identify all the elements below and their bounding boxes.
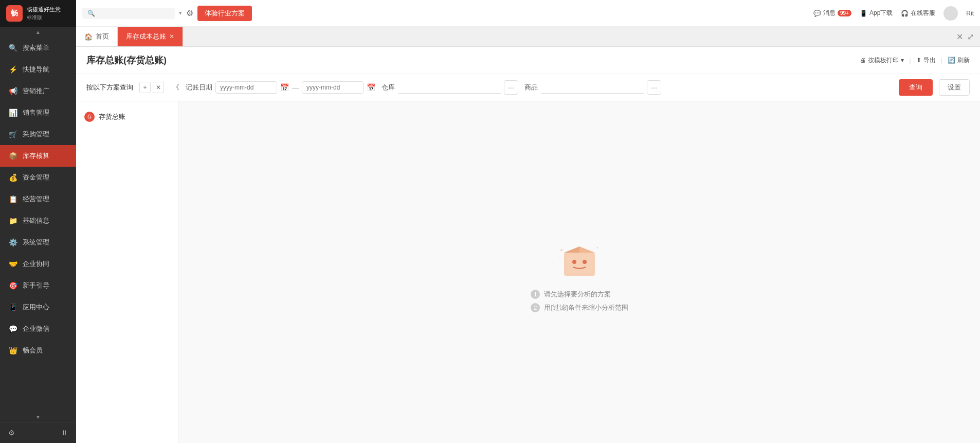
online-service-label: 在线客服 <box>911 9 935 17</box>
sidebar-search-label: 搜索菜单 <box>23 43 49 52</box>
svg-rect-1 <box>567 255 592 273</box>
date-end-input[interactable] <box>302 81 364 94</box>
date-start-input[interactable] <box>215 81 277 94</box>
industry-btn[interactable]: 体验行业方案 <box>197 6 252 21</box>
enterprise-wechat-icon: 💬 <box>8 324 17 333</box>
page-header: 库存总账(存货总账) 🖨 按模板打印 ▾ | ⬆ 导出 | 🔄 刷新 <box>76 47 980 74</box>
topbar-right: 💬 消息 99+ 📱 App下载 🎧 在线客服 Rit <box>813 6 974 21</box>
topbar-search[interactable]: 🔍 <box>82 8 175 19</box>
sidebar-item-finance[interactable]: 💰 资金管理 <box>0 167 76 188</box>
left-panel-item-inventory[interactable]: 存 存货总账 <box>76 107 178 127</box>
sidebar-item-label: 应用中心 <box>23 303 49 312</box>
sidebar-item-purchase[interactable]: 🛒 采购管理 <box>0 123 76 145</box>
main-content: 🔍 ▾ ⚙ 体验行业方案 💬 消息 99+ 📱 App下载 🎧 在线客服 Rit <box>76 0 980 443</box>
dropdown-chevron-icon[interactable]: ▾ <box>179 10 182 16</box>
close-panel-icon[interactable]: ✕ <box>956 32 963 42</box>
date-label: 记账日期 <box>186 83 212 92</box>
tab-area-actions: ✕ ⤢ <box>950 32 980 42</box>
app-name: 畅捷通好生意 <box>27 6 61 13</box>
delete-filter-btn[interactable]: ✕ <box>153 82 164 93</box>
mobile-icon: 📱 <box>860 10 867 17</box>
add-filter-btn[interactable]: + <box>139 82 151 93</box>
svg-point-4 <box>560 249 562 251</box>
empty-state: 1 请先选择要分析的方案 2 用[过滤]条件来缩小分析范围 <box>531 232 628 312</box>
sidebar-scroll-down[interactable]: ▼ <box>0 412 76 422</box>
empty-hints: 1 请先选择要分析的方案 2 用[过滤]条件来缩小分析范围 <box>531 290 628 312</box>
export-icon: ⬆ <box>916 57 921 64</box>
tab-bar: 🏠 首页 库存成本总账 ✕ ✕ ⤢ <box>76 27 980 47</box>
warehouse-more-btn[interactable]: ··· <box>504 80 518 95</box>
tab-close-icon[interactable]: ✕ <box>169 33 174 40</box>
app-download-item[interactable]: 📱 App下载 <box>860 9 893 17</box>
svg-point-5 <box>596 247 598 249</box>
app-center-icon: 📱 <box>8 303 17 312</box>
user-avatar[interactable] <box>943 6 958 21</box>
printer-icon: 🖨 <box>860 57 866 64</box>
sidebar-item-search[interactable]: 🔍 搜索菜单 <box>0 37 76 59</box>
sidebar-item-label: 营销推广 <box>23 86 49 96</box>
product-more-btn[interactable]: ··· <box>647 80 661 95</box>
product-label: 商品 <box>524 83 538 92</box>
calendar-icon[interactable]: 📅 <box>280 83 289 92</box>
sidebar-item-inventory[interactable]: 📦 库存核算 <box>0 145 76 167</box>
calendar-icon-2[interactable]: 📅 <box>367 83 375 92</box>
sidebar-scroll-up[interactable]: ▲ <box>0 27 76 37</box>
sidebar-item-operations[interactable]: 📋 经营管理 <box>0 188 76 210</box>
refresh-icon: 🔄 <box>948 57 955 64</box>
collapse-icon[interactable]: 《 <box>172 83 179 92</box>
sidebar-item-label: 系统管理 <box>23 238 49 247</box>
sidebar-item-sales[interactable]: 📊 销售管理 <box>0 102 76 123</box>
sidebar-nav: 🔍 搜索菜单 ⚡ 快捷导航 📢 营销推广 📊 销售管理 🛒 采购管理 📦 库存核… <box>0 37 76 412</box>
sidebar-item-system[interactable]: ⚙️ 系统管理 <box>0 232 76 253</box>
page-title: 库存总账(存货总账) <box>86 54 167 66</box>
query-btn[interactable]: 查询 <box>899 79 933 96</box>
sidebar-item-label: 采购管理 <box>23 130 49 139</box>
message-icon: 💬 <box>813 10 821 17</box>
sidebar-item-label: 企业微信 <box>23 324 49 333</box>
sales-icon: 📊 <box>8 108 17 117</box>
online-service-item[interactable]: 🎧 在线客服 <box>901 9 935 17</box>
toggle-icon[interactable]: ⏸ <box>61 429 68 437</box>
message-item[interactable]: 💬 消息 99+ <box>813 9 851 17</box>
content-area: 存 存货总账 <box>76 101 980 443</box>
export-btn[interactable]: ⬆ 导出 <box>916 56 936 65</box>
app-download-label: App下载 <box>869 9 893 17</box>
warehouse-input[interactable] <box>398 82 501 94</box>
warehouse-label: 仓库 <box>382 83 395 92</box>
app-logo: 畅 畅捷通好生意 标准版 <box>0 0 76 27</box>
hint-text-1: 请先选择要分析的方案 <box>544 290 611 299</box>
sidebar-item-enterprise-wechat[interactable]: 💬 企业微信 <box>0 318 76 340</box>
sidebar-item-app-center[interactable]: 📱 应用中心 <box>0 296 76 318</box>
product-field: 商品 ··· <box>524 80 661 95</box>
tab-inventory-cost[interactable]: 库存成本总账 ✕ <box>118 27 183 46</box>
expand-panel-icon[interactable]: ⤢ <box>967 32 974 42</box>
search-icon: 🔍 <box>87 10 95 17</box>
message-badge: 99+ <box>838 10 851 16</box>
svg-point-3 <box>583 260 587 264</box>
sidebar-item-label: 快捷导航 <box>23 65 49 74</box>
refresh-btn[interactable]: 🔄 刷新 <box>948 56 970 65</box>
inventory-icon: 📦 <box>8 151 17 161</box>
sidebar-item-quick-nav[interactable]: ⚡ 快捷导航 <box>0 59 76 80</box>
product-input[interactable] <box>541 82 644 94</box>
warehouse-field: 仓库 ··· <box>382 80 518 95</box>
settings-btn[interactable]: 设置 <box>939 79 970 96</box>
topbar: 🔍 ▾ ⚙ 体验行业方案 💬 消息 99+ 📱 App下载 🎧 在线客服 Rit <box>76 0 980 27</box>
left-panel-item-label: 存货总账 <box>99 112 125 121</box>
sidebar-item-beginner[interactable]: 🎯 新手引导 <box>0 275 76 296</box>
tab-home[interactable]: 🏠 首页 <box>76 27 118 46</box>
settings-icon[interactable]: ⚙ <box>8 429 15 437</box>
sidebar-item-enterprise[interactable]: 🤝 企业协同 <box>0 253 76 275</box>
print-btn[interactable]: 🖨 按模板打印 ▾ <box>860 56 904 65</box>
page-actions: 🖨 按模板打印 ▾ | ⬆ 导出 | 🔄 刷新 <box>860 56 970 65</box>
sidebar-item-member[interactable]: 👑 畅会员 <box>0 340 76 361</box>
sidebar-item-marketing[interactable]: 📢 营销推广 <box>0 80 76 102</box>
quick-nav-icon: ⚡ <box>8 65 17 74</box>
gear-icon[interactable]: ⚙ <box>186 8 193 18</box>
sidebar-item-basic-info[interactable]: 📁 基础信息 <box>0 210 76 232</box>
system-icon: ⚙️ <box>8 238 17 247</box>
hint-num-1: 1 <box>531 290 540 299</box>
left-panel: 存 存货总账 <box>76 101 179 443</box>
date-dash: — <box>292 84 299 92</box>
tab-home-label: 首页 <box>96 32 109 41</box>
